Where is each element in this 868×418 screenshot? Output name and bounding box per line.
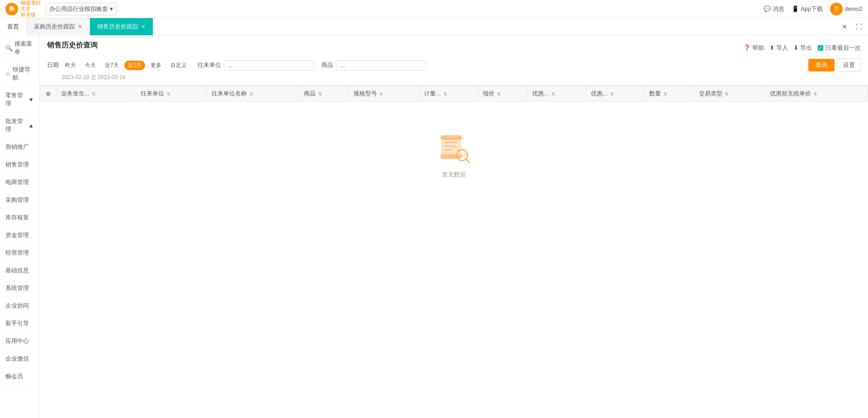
download-icon: 📱	[792, 5, 799, 12]
export-icon: ⬇	[793, 44, 798, 51]
page-header: 销售历史价查询 ❓ 帮助 ⬆ 导入 ⬇ 导出 ✓	[40, 35, 868, 86]
query-button[interactable]: 查询	[808, 59, 835, 71]
message-button[interactable]: 💬 消息	[764, 5, 784, 13]
th-discount2[interactable]: 优惠... ⇅	[586, 86, 644, 102]
tab-sales[interactable]: 销售历史价跟踪 ✕	[90, 18, 153, 35]
app-selector[interactable]: 办公用品行业模拟账套 ▾	[45, 3, 117, 15]
sidebar-item-search-menu[interactable]: 🔍 搜索菜单	[0, 35, 39, 61]
date-label: 日期	[47, 61, 59, 69]
th-pretax-price[interactable]: 优惠前无税单价 ⇅	[765, 86, 868, 102]
partner-label: 往来单位	[198, 61, 221, 69]
top-bar-right: 💬 消息 📱 App下载 D demo2	[764, 3, 863, 15]
sidebar-item-quick-nav[interactable]: ☆ 快捷导航	[0, 61, 39, 87]
date-option-yesterday[interactable]: 昨天	[61, 61, 80, 70]
sidebar-item-guide[interactable]: 新手引导	[0, 315, 39, 332]
sidebar: 🔍 搜索菜单 ☆ 快捷导航 零售管理 ▼ 批发管理 ▲ 营销推广 销售管理 电商…	[0, 35, 40, 418]
close-purchase-tab-icon[interactable]: ✕	[78, 24, 82, 30]
sidebar-item-wholesale[interactable]: 批发管理 ▲	[0, 113, 39, 138]
product-filter: 商品 ...	[321, 60, 426, 71]
sidebar-item-enterprise[interactable]: 企业协同	[0, 297, 39, 315]
svg-rect-0	[441, 137, 461, 157]
sort-icon: ⇅	[318, 91, 322, 96]
tab-bar: 首页 采购历史价跟踪 ✕ 销售历史价跟踪 ✕ ✕ ⛶	[0, 18, 868, 35]
search-icon: 🔍	[5, 45, 13, 52]
action-buttons: 查询 设置	[808, 58, 861, 72]
date-range-display: 2023-02-18 至 2023-03-18	[61, 74, 861, 85]
close-sales-tab-icon[interactable]: ✕	[141, 24, 146, 30]
sidebar-item-ecommerce[interactable]: 电商管理	[0, 174, 39, 191]
sidebar-item-retail[interactable]: 零售管理 ▼	[0, 87, 39, 113]
sidebar-item-system[interactable]: 系统管理	[0, 280, 39, 297]
sort-icon: ⇅	[725, 91, 728, 96]
th-settings[interactable]: ⚙	[40, 86, 57, 102]
sidebar-item-member[interactable]: 畅会员	[0, 368, 39, 385]
help-button[interactable]: ❓ 帮助	[743, 44, 764, 52]
table-header-row: ⚙ 业务发生... ⇅ 往来单位 ⇅ 往来单位名称 ⇅	[40, 86, 868, 102]
logo-area: 畅 畅捷通好生意 标准版	[5, 0, 42, 18]
sidebar-item-inventory[interactable]: 库存核算	[0, 209, 39, 227]
sort-icon: ⇅	[610, 91, 613, 96]
star-icon: ☆	[5, 71, 11, 77]
sidebar-item-basic-info[interactable]: 基础信息	[0, 262, 39, 280]
table-container: ⚙ 业务发生... ⇅ 往来单位 ⇅ 往来单位名称 ⇅	[40, 86, 868, 418]
product-label: 商品	[321, 61, 333, 69]
sort-icon: ⇅	[813, 91, 817, 96]
export-button[interactable]: ⬇ 导出	[793, 44, 812, 52]
th-spec[interactable]: 规格型号 ⇅	[349, 86, 420, 102]
svg-point-7	[459, 152, 465, 158]
th-trade-type[interactable]: 交易类型 ⇅	[694, 86, 765, 102]
date-option-more[interactable]: 更多	[147, 61, 165, 70]
sort-icon: ⇅	[443, 91, 447, 96]
date-filter: 日期 昨天 今天 近7天 近1月 更多 自定义	[47, 61, 190, 70]
date-option-today[interactable]: 今天	[81, 61, 99, 70]
sales-tab-label: 销售历史价跟踪	[97, 23, 138, 31]
sidebar-item-enterprise-wechat[interactable]: 企业微信	[0, 350, 39, 368]
tab-home[interactable]: 首页	[0, 18, 27, 35]
checkbox-icon: ✓	[817, 45, 824, 51]
sort-icon: ⇅	[552, 91, 555, 96]
svg-rect-1	[440, 135, 462, 140]
th-business-date[interactable]: 业务发生... ⇅	[57, 86, 136, 102]
sidebar-item-purchase[interactable]: 采购管理	[0, 191, 39, 209]
sidebar-item-finance[interactable]: 资金管理	[0, 227, 39, 244]
date-option-last7[interactable]: 近7天	[101, 61, 123, 70]
maximize-button[interactable]: ⛶	[854, 21, 864, 32]
only-last-checkbox[interactable]: ✓ 只看最后一次	[817, 44, 861, 52]
th-quantity[interactable]: 数量 ⇅	[645, 86, 694, 102]
sidebar-item-operations[interactable]: 经营管理	[0, 244, 39, 262]
th-partner-code[interactable]: 往来单位 ⇅	[136, 86, 207, 102]
settings-button[interactable]: 设置	[837, 58, 861, 72]
th-unit[interactable]: 计量... ⇅	[420, 86, 478, 102]
sidebar-item-app-center[interactable]: 应用中心	[0, 332, 39, 350]
sort-icon: ⇅	[167, 91, 170, 96]
logo-icon: 畅	[5, 3, 18, 15]
date-option-last1m[interactable]: 近1月	[124, 61, 146, 70]
top-bar: 畅 畅捷通好生意 标准版 办公用品行业模拟账套 ▾ 💬 消息 📱 App下载 D…	[0, 0, 868, 18]
import-icon: ⬆	[769, 44, 774, 51]
sidebar-item-sales-mgmt[interactable]: 销售管理	[0, 156, 39, 174]
top-bar-left: 畅 畅捷通好生意 标准版 办公用品行业模拟账套 ▾	[5, 0, 117, 18]
help-icon: ❓	[743, 44, 750, 51]
user-avatar-area[interactable]: D demo2	[830, 3, 863, 15]
chevron-down-icon: ▾	[110, 5, 113, 12]
purchase-tab-label: 采购历史价跟踪	[34, 23, 75, 31]
collapse-icon: ▲	[28, 122, 34, 129]
date-option-custom[interactable]: 自定义	[167, 61, 190, 70]
close-all-tabs-button[interactable]: ✕	[839, 21, 850, 32]
tab-actions: ✕ ⛶	[839, 21, 868, 32]
tab-purchase[interactable]: 采购历史价跟踪 ✕	[27, 18, 90, 35]
th-price[interactable]: 报价 ⇅	[478, 86, 528, 102]
empty-text: 暂无数据	[442, 171, 466, 179]
home-tab-label: 首页	[7, 23, 19, 31]
app-download-button[interactable]: 📱 App下载	[792, 5, 823, 13]
partner-input[interactable]: ...	[224, 60, 314, 71]
partner-filter: 往来单位 ...	[198, 60, 314, 71]
th-product[interactable]: 商品 ⇅	[299, 86, 349, 102]
th-partner-name[interactable]: 往来单位名称 ⇅	[207, 86, 299, 102]
import-button[interactable]: ⬆ 导入	[769, 44, 788, 52]
th-discount1[interactable]: 优惠... ⇅	[528, 86, 586, 102]
empty-state: 暂无数据	[40, 102, 868, 206]
sort-icon: ⇅	[497, 91, 500, 96]
sidebar-item-marketing[interactable]: 营销推广	[0, 138, 39, 156]
product-input[interactable]: ...	[336, 60, 426, 71]
